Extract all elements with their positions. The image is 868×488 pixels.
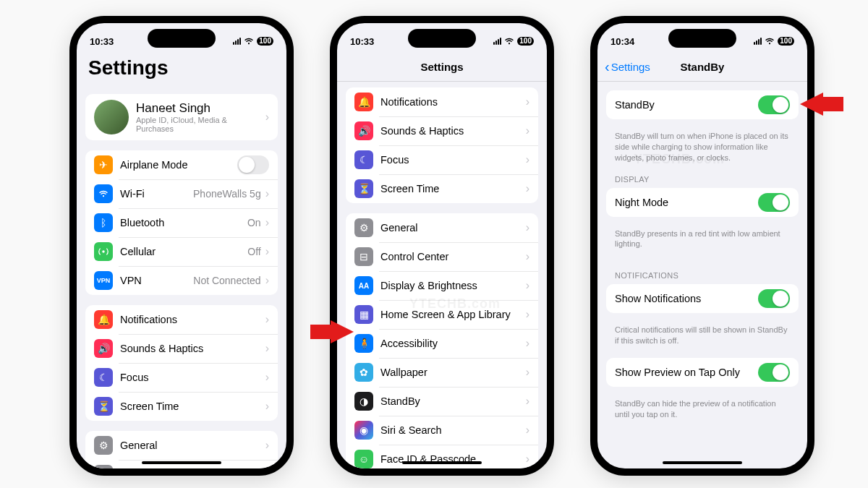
cellular-signal-icon [754, 38, 762, 45]
standby-footer: StandBy will turn on when iPhone is plac… [597, 127, 807, 165]
wifi-icon [765, 38, 775, 45]
row-notifications[interactable]: 🔔 Notifications › [85, 305, 278, 334]
callout-arrow-standby-toggle [800, 93, 843, 116]
chevron-right-icon: › [526, 153, 529, 166]
chevron-right-icon: › [265, 274, 269, 287]
row-focus[interactable]: ☾ Focus › [346, 145, 538, 174]
home-indicator[interactable] [142, 461, 221, 464]
row-sounds[interactable]: 🔊 Sounds & Haptics › [346, 116, 538, 145]
navbar-title: Settings [420, 61, 463, 73]
status-time: 10:33 [90, 36, 114, 47]
chevron-right-icon: › [265, 245, 269, 258]
airplane-icon: ✈︎ [94, 155, 113, 174]
chevron-right-icon: › [265, 342, 269, 355]
chevron-right-icon: › [526, 95, 529, 108]
home-indicator[interactable] [663, 461, 742, 464]
faceid-icon: ☺︎ [354, 450, 373, 468]
row-general[interactable]: ⚙︎ General › [85, 431, 278, 460]
vpn-icon: VPN [94, 271, 113, 290]
callout-arrow-standby-row [310, 320, 354, 343]
chevron-right-icon: › [526, 182, 529, 195]
standby-icon: ◑ [354, 392, 373, 411]
apple-id-card[interactable]: Haneet Singh Apple ID, iCloud, Media & P… [85, 94, 278, 140]
wifi-icon [504, 38, 514, 45]
chevron-right-icon: › [526, 250, 529, 263]
dynamic-island [408, 29, 476, 48]
row-siri[interactable]: ◉ Siri & Search › [346, 416, 538, 445]
phone-settings-top: 10:33 100 Settings Haneet Singh Apple ID… [69, 16, 294, 476]
sliders-icon: ⊟ [354, 247, 373, 266]
chevron-right-icon: › [265, 439, 269, 452]
chevron-right-icon: › [265, 111, 269, 124]
chevron-right-icon: › [265, 216, 269, 229]
phone-settings-scrolled: 10:33 100 Settings 🔔 Notifications › 🔊 S… [330, 16, 554, 476]
row-standby-toggle[interactable]: StandBy [606, 90, 799, 119]
avatar [94, 100, 129, 134]
standby-toggle[interactable] [758, 95, 790, 114]
wifi-icon [94, 184, 113, 203]
row-accessibility[interactable]: 🧍 Accessibility › [346, 329, 538, 358]
profile-name: Haneet Singh [136, 101, 265, 116]
row-show-notifications[interactable]: Show Notifications [606, 284, 799, 313]
row-bluetooth[interactable]: ᛒ Bluetooth On › [85, 208, 278, 237]
row-wallpaper[interactable]: ✿ Wallpaper › [346, 358, 538, 387]
night-footer: StandBy presents in a red tint with low … [597, 224, 807, 252]
navbar: ‹Settings StandBy [597, 52, 807, 82]
dynamic-island [148, 29, 216, 48]
cellular-signal-icon [233, 38, 241, 45]
display-icon: AA [354, 276, 373, 295]
home-indicator[interactable] [402, 461, 482, 464]
gear-icon: ⚙︎ [94, 436, 113, 455]
sliders-icon: ⊟ [94, 465, 113, 476]
battery-indicator: 100 [517, 37, 534, 46]
row-sounds[interactable]: 🔊 Sounds & Haptics › [85, 334, 278, 363]
chevron-right-icon: › [526, 395, 529, 408]
show-notif-footer: Critical notifications will still be sho… [597, 320, 807, 348]
row-notifications[interactable]: 🔔 Notifications › [346, 87, 538, 116]
navbar: Settings [337, 52, 547, 82]
preview-footer: StandBy can hide the preview of a notifi… [597, 394, 807, 421]
status-time: 10:33 [350, 36, 374, 47]
hourglass-icon: ⏳ [354, 179, 373, 198]
bluetooth-icon: ᛒ [94, 213, 113, 232]
display-header: DISPLAY [597, 165, 807, 187]
row-screentime[interactable]: ⏳ Screen Time › [346, 174, 538, 203]
row-wifi[interactable]: Wi-Fi PhoneWalls 5g › [85, 179, 278, 208]
row-faceid[interactable]: ☺︎ Face ID & Passcode › [346, 445, 538, 471]
row-night-mode[interactable]: Night Mode [606, 188, 799, 217]
speaker-icon: 🔊 [354, 121, 373, 140]
cellular-signal-icon [493, 38, 501, 45]
row-airplane-mode[interactable]: ✈︎ Airplane Mode [85, 150, 278, 179]
row-home-screen[interactable]: ▦ Home Screen & App Library › [346, 300, 538, 329]
night-mode-toggle[interactable] [758, 193, 790, 212]
row-focus[interactable]: ☾ Focus › [85, 363, 278, 392]
row-cellular[interactable]: Cellular Off › [85, 237, 278, 266]
airplane-toggle[interactable] [237, 155, 269, 174]
show-notifications-toggle[interactable] [758, 289, 790, 308]
row-general[interactable]: ⚙︎ General › [346, 213, 538, 242]
status-time: 10:34 [610, 36, 634, 47]
row-standby[interactable]: ◑ StandBy › [346, 387, 538, 416]
chevron-right-icon: › [526, 453, 529, 466]
wifi-icon [244, 38, 254, 45]
row-display-brightness[interactable]: AA Display & Brightness › [346, 271, 538, 300]
back-button[interactable]: ‹Settings [605, 59, 650, 75]
row-control-center[interactable]: ⊟ Control Center › [346, 242, 538, 271]
moon-icon: ☾ [354, 150, 373, 169]
hourglass-icon: ⏳ [94, 397, 113, 416]
chevron-right-icon: › [526, 366, 529, 379]
chevron-left-icon: ‹ [605, 59, 610, 75]
row-vpn[interactable]: VPN VPN Not Connected › [85, 266, 278, 295]
chevron-right-icon: › [526, 221, 529, 234]
chevron-right-icon: › [265, 187, 269, 200]
battery-indicator: 100 [778, 37, 794, 46]
chevron-right-icon: › [265, 371, 269, 384]
page-title: Settings [77, 52, 286, 87]
bell-icon: 🔔 [354, 93, 373, 111]
row-screentime[interactable]: ⏳ Screen Time › [85, 392, 278, 421]
chevron-right-icon: › [265, 400, 269, 413]
show-preview-toggle[interactable] [758, 363, 790, 382]
row-show-preview[interactable]: Show Preview on Tap Only [606, 358, 799, 387]
moon-icon: ☾ [94, 368, 113, 387]
chevron-right-icon: › [265, 468, 269, 476]
